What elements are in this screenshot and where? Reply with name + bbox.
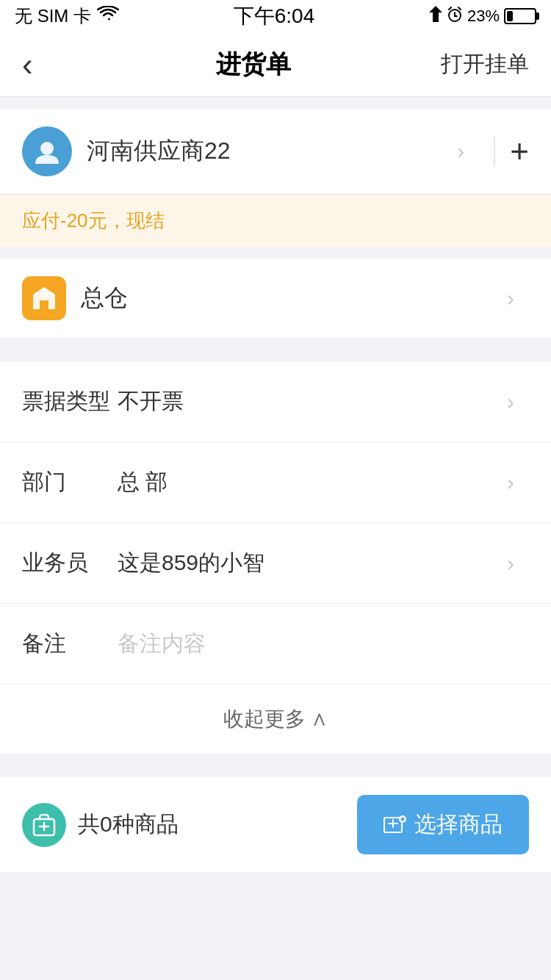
back-button[interactable]: ‹ xyxy=(22,46,66,83)
battery-percent: 23% xyxy=(467,7,500,26)
warehouse-row[interactable]: 总仓 › xyxy=(0,259,551,338)
status-bar: 无 SIM 卡 下午6:04 23% xyxy=(0,0,551,32)
section-divider-2 xyxy=(0,247,551,259)
nav-bar: ‹ 进货单 打开挂单 xyxy=(0,32,551,97)
supplier-name[interactable]: 河南供应商22 xyxy=(87,135,457,167)
salesperson-label: 业务员 xyxy=(22,548,118,578)
product-count-icon xyxy=(22,803,66,847)
form-section: 票据类型 不开票 › 部门 总 部 › 业务员 这是859的小智 › 备注 备注… xyxy=(0,361,551,684)
ticket-type-row[interactable]: 票据类型 不开票 › xyxy=(0,361,551,442)
open-pending-button[interactable]: 打开挂单 xyxy=(441,49,529,79)
add-supplier-button[interactable]: + xyxy=(510,135,529,167)
product-count-area: 共0种商品 xyxy=(22,803,179,847)
section-divider-1 xyxy=(0,97,551,109)
ticket-type-value: 不开票 xyxy=(118,386,507,417)
svg-line-4 xyxy=(458,7,461,10)
warehouse-icon xyxy=(22,276,66,320)
salesperson-chevron-icon: › xyxy=(507,551,514,576)
select-product-button[interactable]: 选择商品 xyxy=(357,795,529,854)
supplier-row: 河南供应商22 › + xyxy=(0,109,551,195)
ticket-type-label: 票据类型 xyxy=(22,386,118,417)
carrier-text: 无 SIM 卡 xyxy=(15,4,91,28)
svg-point-5 xyxy=(40,142,54,155)
department-chevron-icon: › xyxy=(507,470,514,495)
wifi-icon xyxy=(97,6,119,26)
salesperson-row[interactable]: 业务员 这是859的小智 › xyxy=(0,523,551,604)
svg-line-3 xyxy=(449,7,451,10)
collapse-label: 收起更多 ∧ xyxy=(223,707,328,730)
status-time: 下午6:04 xyxy=(234,2,315,30)
notice-banner: 应付-20元，现结 xyxy=(0,195,551,247)
remark-row[interactable]: 备注 备注内容 xyxy=(0,604,551,684)
alarm-icon xyxy=(447,6,463,26)
department-row[interactable]: 部门 总 部 › xyxy=(0,442,551,523)
supplier-section: 河南供应商22 › + 应付-20元，现结 xyxy=(0,109,551,247)
section-divider-4 xyxy=(0,754,551,765)
product-count-text: 共0种商品 xyxy=(78,810,179,840)
remark-input[interactable]: 备注内容 xyxy=(118,629,529,659)
battery-icon xyxy=(504,8,536,24)
ticket-type-chevron-icon: › xyxy=(507,389,514,414)
warehouse-name: 总仓 xyxy=(81,282,507,314)
svg-rect-6 xyxy=(40,300,48,309)
warehouse-section: 总仓 › xyxy=(0,259,551,338)
select-product-label: 选择商品 xyxy=(414,810,503,840)
supplier-chevron-icon: › xyxy=(457,139,464,164)
remark-label: 备注 xyxy=(22,629,118,659)
status-right: 23% xyxy=(429,6,536,26)
notice-text: 应付-20元，现结 xyxy=(22,209,165,231)
page-rest xyxy=(0,872,551,980)
department-label: 部门 xyxy=(22,467,118,497)
page-title: 进货单 xyxy=(216,48,291,82)
location-icon xyxy=(429,6,442,26)
warehouse-chevron-icon: › xyxy=(507,286,514,311)
supplier-divider xyxy=(494,137,495,166)
status-left: 无 SIM 卡 xyxy=(15,4,119,28)
salesperson-value: 这是859的小智 xyxy=(118,548,507,578)
collapse-button[interactable]: 收起更多 ∧ xyxy=(0,684,551,754)
bottom-bar: 共0种商品 选择商品 xyxy=(0,777,551,872)
supplier-avatar xyxy=(22,126,72,176)
section-divider-3 xyxy=(0,338,551,350)
department-value: 总 部 xyxy=(118,467,507,497)
